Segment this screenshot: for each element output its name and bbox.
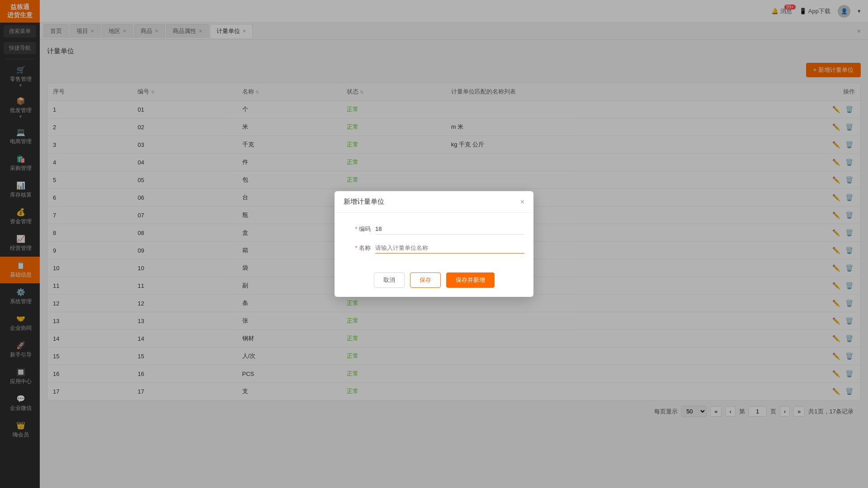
dialog-header: 新增计量单位 × — [335, 191, 533, 213]
code-label: 编码 — [344, 225, 371, 233]
cancel-button[interactable]: 取消 — [374, 272, 405, 288]
add-unit-dialog: 新增计量单位 × 编码 名称 取消 保存 保存并新增 — [335, 191, 533, 297]
code-input[interactable] — [375, 224, 524, 235]
name-label: 名称 — [344, 244, 371, 252]
dialog-title: 新增计量单位 — [344, 197, 384, 206]
save-button[interactable]: 保存 — [410, 272, 441, 288]
name-input[interactable] — [375, 243, 524, 253]
save-new-button[interactable]: 保存并新增 — [446, 272, 495, 288]
dialog-close-btn[interactable]: × — [520, 198, 524, 206]
dialog-body: 编码 名称 — [335, 213, 533, 269]
dialog-footer: 取消 保存 保存并新增 — [335, 269, 533, 297]
form-row-code: 编码 — [344, 224, 524, 235]
form-row-name: 名称 — [344, 243, 524, 253]
dialog-overlay: 新增计量单位 × 编码 名称 取消 保存 保存并新增 — [0, 0, 868, 488]
